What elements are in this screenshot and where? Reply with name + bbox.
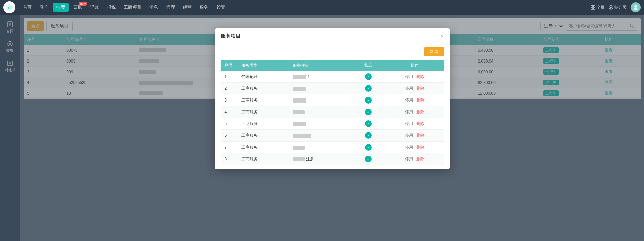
vip-label: 畅会员 xyxy=(614,5,627,10)
modal-table-row: 1 代理记账 1 ✓ 停用 删除 xyxy=(221,71,444,83)
modal-col-type: 服务类型 xyxy=(237,60,289,71)
sidebar-contract-label: 合同 xyxy=(6,29,14,34)
modal-cell-seq: 8 xyxy=(221,153,237,165)
modal-cell-type: 工商服务 xyxy=(237,94,289,106)
modal-cell-action: 停用 删除 xyxy=(385,142,444,153)
modal-cell-status: ✓ xyxy=(351,71,385,83)
modal-cell-seq: 6 xyxy=(221,130,237,142)
nav-item-business[interactable]: 工商项目 xyxy=(120,3,145,12)
modal-header: 服务项目 × xyxy=(215,28,450,43)
nav-item-invoice[interactable]: 票据 new xyxy=(70,3,85,12)
nav-item-service[interactable]: 服务 xyxy=(196,3,212,12)
modal-cell-action: 停用 删除 xyxy=(385,118,444,130)
status-check-icon: ✓ xyxy=(365,132,372,139)
modal-close-button[interactable]: × xyxy=(441,33,444,39)
stop-button[interactable]: 停用 xyxy=(405,145,413,150)
stop-button[interactable]: 停用 xyxy=(405,98,413,103)
svg-rect-5 xyxy=(593,8,595,9)
modal-cell-type: 工商服务 xyxy=(237,153,289,165)
delete-button[interactable]: 删除 xyxy=(416,110,424,114)
delete-button[interactable]: 删除 xyxy=(416,133,424,138)
modal-new-button[interactable]: 新建 xyxy=(424,47,444,56)
status-check-icon: ✓ xyxy=(365,120,372,127)
sidebar-fee-label: 收费 xyxy=(6,48,14,53)
modal-cell-action: 停用 删除 xyxy=(385,83,444,94)
modal-table-row: 8 工商服务 注册 ✓ 停用 删除 xyxy=(221,153,444,165)
fullscreen-btn[interactable]: 全屏 xyxy=(591,5,605,10)
sidebar-item-statement[interactable]: 对账单 xyxy=(1,57,19,75)
modal-cell-type: 工商服务 xyxy=(237,106,289,118)
svg-rect-2 xyxy=(591,5,593,7)
sidebar-item-fee[interactable]: ¥ 收费 xyxy=(1,38,19,56)
svg-point-8 xyxy=(634,5,637,8)
delete-button[interactable]: 删除 xyxy=(416,157,424,161)
app-logo: 财 xyxy=(3,1,15,13)
modal-cell-item xyxy=(289,142,351,153)
delete-button[interactable]: 删除 xyxy=(416,145,424,150)
delete-button[interactable]: 删除 xyxy=(416,74,424,79)
modal-cell-type: 工商服务 xyxy=(237,142,289,153)
status-check-icon: ✓ xyxy=(365,156,372,162)
stop-button[interactable]: 停用 xyxy=(405,121,413,126)
contract-icon xyxy=(7,21,13,28)
modal-overlay: 服务项目 × 新建 序号 服务类型 服务项目 xyxy=(20,15,644,241)
modal-cell-status: ✓ xyxy=(351,94,385,106)
modal-cell-seq: 3 xyxy=(221,94,237,106)
modal-cell-seq: 4 xyxy=(221,106,237,118)
nav-item-tax[interactable]: 报税 xyxy=(104,3,119,12)
modal-title: 服务项目 xyxy=(221,33,241,39)
sidebar-statement-label: 对账单 xyxy=(5,68,16,73)
status-check-icon: ✓ xyxy=(365,144,372,151)
modal-cell-action: 停用 删除 xyxy=(385,106,444,118)
delete-button[interactable]: 删除 xyxy=(416,98,424,103)
modal-cell-item: 注册 xyxy=(289,153,351,165)
nav-item-bookkeeping[interactable]: 记账 xyxy=(87,3,102,12)
modal-service-table: 序号 服务类型 服务项目 状态 操作 1 代理记账 1 ✓ 停用 删除 xyxy=(221,60,444,165)
modal-cell-seq: 1 xyxy=(221,71,237,83)
nav-item-setting[interactable]: 设置 xyxy=(213,3,229,12)
nav-item-client[interactable]: 客户 xyxy=(36,3,52,12)
fullscreen-label: 全屏 xyxy=(597,5,605,10)
nav-item-message[interactable]: 消息 xyxy=(146,3,161,12)
modal-cell-type: 工商服务 xyxy=(237,130,289,142)
statement-icon xyxy=(7,60,13,67)
nav-item-fee[interactable]: 收费 xyxy=(53,3,69,12)
modal-table-wrap[interactable]: 序号 服务类型 服务项目 状态 操作 1 代理记账 1 ✓ 停用 删除 xyxy=(221,60,444,165)
modal-col-action: 操作 xyxy=(385,60,444,71)
delete-button[interactable]: 删除 xyxy=(416,86,424,91)
stop-button[interactable]: 停用 xyxy=(405,110,413,114)
content-area: 新增 服务项目 进行中 已完成 已终止 xyxy=(20,15,644,241)
stop-button[interactable]: 停用 xyxy=(405,157,413,161)
modal-cell-status: ✓ xyxy=(351,106,385,118)
delete-button[interactable]: 删除 xyxy=(416,121,424,126)
modal-cell-status: ✓ xyxy=(351,118,385,130)
modal-cell-status: ✓ xyxy=(351,130,385,142)
modal-table-row: 7 工商服务 ✓ 停用 删除 xyxy=(221,142,444,153)
modal-table-row: 3 工商服务 ✓ 停用 删除 xyxy=(221,94,444,106)
modal-cell-action: 停用 删除 xyxy=(385,71,444,83)
service-item-modal: 服务项目 × 新建 序号 服务类型 服务项目 xyxy=(215,28,450,169)
modal-table-row: 2 工商服务 ✓ 停用 删除 xyxy=(221,83,444,94)
modal-table-row: 6 工商服务 ✓ 停用 删除 xyxy=(221,130,444,142)
fee-icon: ¥ xyxy=(7,40,13,47)
nav-item-manage[interactable]: 管理 xyxy=(163,3,178,12)
svg-text:¥: ¥ xyxy=(9,42,11,46)
status-check-icon: ✓ xyxy=(365,73,372,80)
vip-btn[interactable]: ▶ 畅会员 xyxy=(609,5,627,10)
nav-item-home[interactable]: 首页 xyxy=(20,3,35,12)
modal-cell-status: ✓ xyxy=(351,83,385,94)
modal-col-item: 服务项目 xyxy=(289,60,351,71)
stop-button[interactable]: 停用 xyxy=(405,133,413,138)
modal-cell-type: 工商服务 xyxy=(237,118,289,130)
modal-body: 新建 序号 服务类型 服务项目 状态 操作 xyxy=(215,43,450,169)
stop-button[interactable]: 停用 xyxy=(405,74,413,79)
svg-point-9 xyxy=(634,8,638,10)
sidebar-item-contract[interactable]: 合同 xyxy=(1,18,19,36)
modal-toolbar: 新建 xyxy=(221,47,444,56)
stop-button[interactable]: 停用 xyxy=(405,86,413,91)
modal-col-seq: 序号 xyxy=(221,60,237,71)
nav-item-operate[interactable]: 经营 xyxy=(180,3,195,12)
modal-cell-seq: 5 xyxy=(221,118,237,130)
user-avatar[interactable] xyxy=(631,2,641,12)
modal-cell-seq: 7 xyxy=(221,142,237,153)
